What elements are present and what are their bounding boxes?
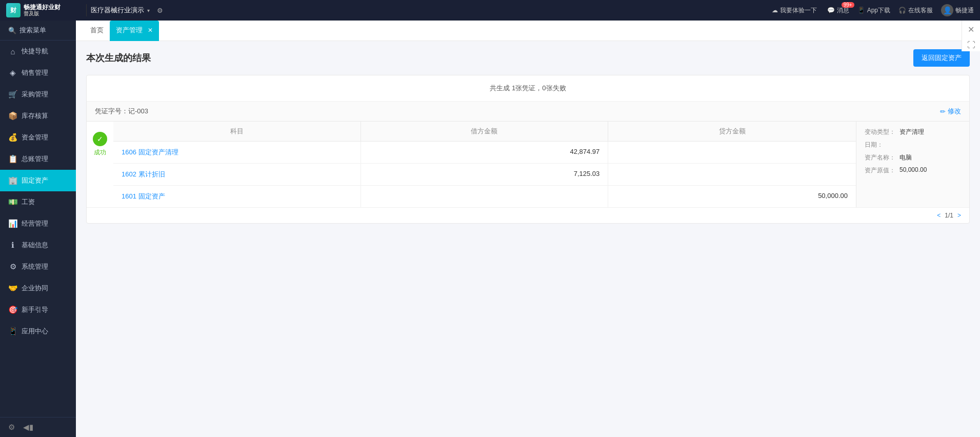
logo-sub: 普及版 (24, 11, 61, 17)
logo-main: 畅捷通好业财 (24, 4, 61, 11)
return-button[interactable]: 返回固定资产 (913, 49, 970, 67)
operations-icon: 📊 (8, 219, 17, 228)
edit-icon: ✏ (940, 108, 946, 115)
row1-account[interactable]: 1602 累计折旧 (113, 164, 361, 185)
edit-button[interactable]: ✏ 修改 (940, 107, 961, 116)
online-service-button[interactable]: 🎧 在线客服 (898, 6, 933, 15)
app-center-icon: 📱 (8, 327, 17, 336)
voucher-header: 凭证字号：记-003 ✏ 修改 (87, 102, 969, 122)
change-type-label: 变动类型： (865, 128, 895, 136)
asset-name-row: 资产名称： 电脑 (865, 153, 961, 162)
sidebar-item-label: 快捷导航 (22, 47, 48, 56)
sidebar-item-label: 采购管理 (22, 90, 48, 99)
sidebar-item-cooperation[interactable]: 🤝 企业协同 (0, 277, 76, 299)
sidebar-item-guide[interactable]: 🎯 新手引导 (0, 299, 76, 321)
sidebar-item-capital[interactable]: 💰 资金管理 (0, 127, 76, 148)
purchase-icon: 🛒 (8, 90, 17, 99)
header-divider (86, 4, 87, 16)
top-header: 财 畅捷通好业财 普及版 医疗器械行业演示 ▾ ⚙ ☁ 我要体验一下 💬 消息 … (0, 0, 980, 21)
pagination-next[interactable]: > (957, 212, 961, 219)
table-body: 1606 固定资产清理 42,874.97 1602 累计折旧 7,125.03 (113, 142, 856, 207)
sidebar-item-ledger[interactable]: 📋 总账管理 (0, 148, 76, 170)
voucher-inner: 科目 借方金额 贷方金额 1606 固定资产清理 42,874.97 (113, 122, 969, 207)
app-download-icon: 📱 (857, 7, 865, 14)
tab-home[interactable]: 首页 (84, 21, 110, 41)
messages-icon: 💬 (827, 7, 835, 14)
sidebar-item-purchase[interactable]: 🛒 采购管理 (0, 84, 76, 105)
result-summary: 共生成 1张凭证，0张失败 (87, 75, 969, 102)
experience-label: 我要体验一下 (780, 6, 817, 15)
success-circle: ✓ (93, 132, 107, 146)
experience-button[interactable]: ☁ 我要体验一下 (772, 6, 817, 15)
sidebar-item-app-center[interactable]: 📱 应用中心 (0, 321, 76, 342)
guide-icon: 🎯 (8, 305, 17, 314)
table-row: 1606 固定资产清理 42,874.97 (113, 142, 856, 164)
date-label: 日期： (865, 141, 883, 149)
search-menu-label: 搜索菜单 (19, 26, 46, 35)
sidebar-item-label: 库存核算 (22, 111, 48, 121)
sidebar-item-label: 应用中心 (22, 327, 48, 336)
sidebar-item-system[interactable]: ⚙ 系统管理 (0, 256, 76, 277)
header-right: 💬 消息 99+ 📱 App下载 🎧 在线客服 👤 畅捷通 (827, 4, 974, 16)
main-layout: 🔍 搜索菜单 ⌂ 快捷导航 ◈ 销售管理 🛒 采购管理 📦 库存核算 💰 资金管… (0, 21, 980, 437)
pagination-prev[interactable]: < (937, 212, 941, 219)
table-row: 1601 固定资产 50,000.00 (113, 186, 856, 207)
tab-asset-mgmt[interactable]: 资产管理 ✕ (110, 21, 159, 41)
sidebar-item-label: 新手引导 (22, 305, 48, 314)
tab-close-icon[interactable]: ✕ (148, 27, 153, 34)
edit-button-label: 修改 (948, 107, 961, 116)
success-text: 成功 (94, 148, 106, 157)
row2-credit: 50,000.00 (608, 186, 856, 207)
change-type-value: 资产清理 (899, 128, 924, 136)
search-menu[interactable]: 🔍 搜索菜单 (0, 21, 76, 41)
side-info-panel: 变动类型： 资产清理 日期： 资产名称： 电脑 (856, 122, 969, 207)
workspace-name: 医疗器械行业演示 (91, 6, 144, 15)
user-name: 畅捷通 (955, 6, 974, 15)
page-title-row: 本次生成的结果 返回固定资产 (86, 49, 970, 67)
payroll-icon: 💵 (8, 197, 17, 207)
sidebar-item-label: 固定资产 (22, 176, 48, 185)
app-logo: 财 畅捷通好业财 普及版 (6, 3, 82, 17)
sidebar-item-inventory[interactable]: 📦 库存核算 (0, 105, 76, 127)
sidebar-item-sales[interactable]: ◈ 销售管理 (0, 62, 76, 84)
row2-account[interactable]: 1601 固定资产 (113, 186, 361, 207)
close-panel-icon[interactable]: ✕ (968, 25, 974, 34)
sidebar-item-fixed-assets[interactable]: 🏢 固定资产 (0, 170, 76, 191)
workspace-settings-icon[interactable]: ⚙ (157, 7, 163, 14)
voucher-number: 凭证字号：记-003 (95, 107, 148, 116)
voucher-table-wrap: 科目 借方金额 贷方金额 1606 固定资产清理 42,874.97 (113, 122, 969, 207)
sidebar-bottom: ⚙ ◀▮ (0, 417, 76, 437)
user-profile[interactable]: 👤 畅捷通 (941, 4, 974, 16)
messages-button[interactable]: 💬 消息 99+ (827, 6, 849, 15)
sidebar-item-payroll[interactable]: 💵 工资 (0, 191, 76, 213)
online-service-icon: 🎧 (898, 7, 906, 14)
original-value-row: 资产原值： 50,000.00 (865, 166, 961, 175)
workspace-selector[interactable]: 医疗器械行业演示 ▾ ⚙ (91, 6, 163, 15)
sidebar-item-label: 销售管理 (22, 68, 48, 77)
row1-debit: 7,125.03 (361, 164, 609, 185)
sidebar-item-quick-nav[interactable]: ⌂ 快捷导航 (0, 41, 76, 62)
col-header-credit: 贷方金额 (608, 122, 856, 141)
settings-bottom-icon[interactable]: ⚙ (8, 423, 15, 432)
sidebar-item-label: 经营管理 (22, 219, 48, 228)
original-value-value: 50,000.00 (899, 166, 927, 175)
fixed-assets-icon: 🏢 (8, 176, 17, 185)
sales-icon: ◈ (8, 68, 17, 77)
sidebar-item-operations[interactable]: 📊 经营管理 (0, 213, 76, 234)
sidebar-item-basic-info[interactable]: ℹ 基础信息 (0, 234, 76, 256)
result-card: 共生成 1张凭证，0张失败 凭证字号：记-003 ✏ 修改 ✓ 成功 (86, 75, 970, 224)
tab-home-label: 首页 (90, 26, 104, 35)
row1-credit (608, 164, 856, 185)
avatar: 👤 (941, 4, 953, 16)
collapse-icon[interactable]: ◀▮ (23, 423, 33, 432)
tab-asset-mgmt-label: 资产管理 (116, 26, 143, 35)
logo-icon: 财 (6, 3, 21, 17)
pagination-info: 1/1 (945, 212, 953, 219)
search-icon: 🔍 (8, 27, 16, 34)
asset-name-value: 电脑 (899, 153, 912, 162)
sidebar-item-label: 资金管理 (22, 133, 48, 142)
expand-panel-icon[interactable]: ⛶ (967, 41, 975, 50)
row0-account[interactable]: 1606 固定资产清理 (113, 142, 361, 163)
app-download-button[interactable]: 📱 App下载 (857, 6, 890, 15)
cooperation-icon: 🤝 (8, 284, 17, 293)
